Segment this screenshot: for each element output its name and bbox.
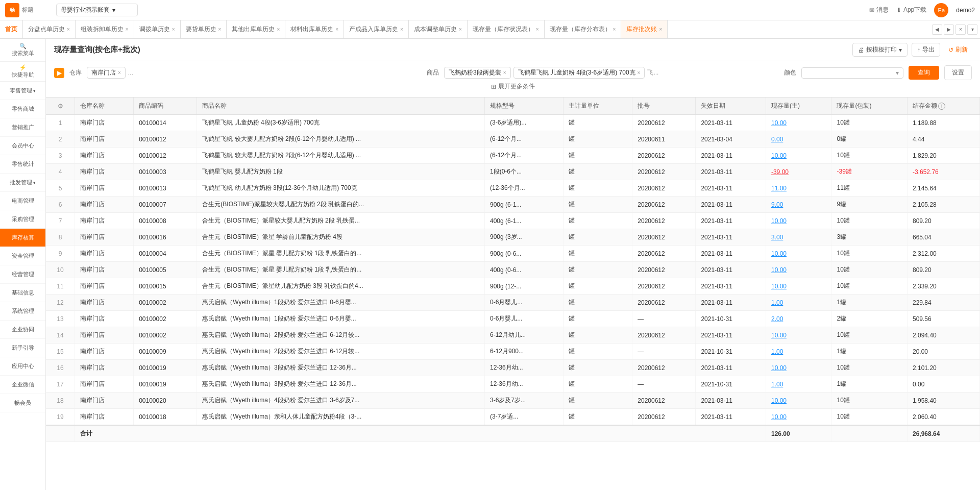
- warehouse-filter-label: 仓库: [69, 68, 82, 77]
- tab-fen-pan-close[interactable]: ×: [67, 27, 70, 32]
- sidebar-item-wechat[interactable]: 企业微信: [0, 376, 45, 394]
- export-button[interactable]: ↑ 导出: [912, 43, 940, 57]
- row-stock-main[interactable]: 10.00: [766, 246, 831, 262]
- tab-next-button[interactable]: ▶: [944, 24, 954, 35]
- row-stock-main[interactable]: 10.00: [766, 327, 831, 344]
- tab-diao-bo-close[interactable]: ×: [172, 27, 175, 32]
- tab-ku-cun-pi[interactable]: 库存批次账 ×: [621, 20, 668, 39]
- tab-cai-liao-close[interactable]: ×: [335, 27, 338, 32]
- row-stock-main[interactable]: 3.00: [766, 229, 831, 246]
- row-stock-main[interactable]: 1.00: [766, 376, 831, 393]
- row-spec: 6-12月900...: [484, 344, 563, 360]
- tab-chan-cheng[interactable]: 产成品入库单历史 ×: [344, 20, 409, 39]
- row-stock-main[interactable]: 10.00: [766, 115, 831, 131]
- sidebar-item-marketing[interactable]: 营销推广: [0, 118, 45, 137]
- store-selector[interactable]: 母婴行业演示账套 ▾: [56, 4, 138, 16]
- sidebar-search[interactable]: 🔍 搜索菜单: [0, 39, 45, 62]
- tab-ku-cun-pi-close[interactable]: ×: [659, 27, 662, 32]
- sidebar-item-ecommerce[interactable]: 电商管理: [0, 192, 45, 210]
- row-stock-main[interactable]: 10.00: [766, 393, 831, 409]
- tab-qi-ta-chu-close[interactable]: ×: [277, 27, 280, 32]
- tab-xian-cun-ku[interactable]: 现存量（库存状况表） ×: [468, 20, 545, 39]
- tab-cheng-ben-close[interactable]: ×: [459, 27, 462, 32]
- row-stock-main[interactable]: 0.00: [766, 131, 831, 148]
- row-unit: 罐: [564, 229, 632, 246]
- warehouse-tag-nanan-close[interactable]: ×: [118, 70, 121, 76]
- row-stock-main[interactable]: 10.00: [766, 278, 831, 295]
- tab-yao-huo-close[interactable]: ×: [218, 27, 222, 32]
- settings-icon[interactable]: ⚙: [58, 103, 63, 110]
- row-stock-main[interactable]: 1.00: [766, 344, 831, 360]
- product-tag-2[interactable]: 飞鹤星飞帆 儿童奶粉 4段(3-6岁适用) 700克 ×: [513, 67, 645, 79]
- sidebar-item-inventory[interactable]: 库存核算: [0, 229, 45, 247]
- tab-prev-button[interactable]: ◀: [932, 24, 942, 35]
- sidebar-item-finance[interactable]: 资金管理: [0, 247, 45, 265]
- sidebar-item-guide[interactable]: 新手引导: [0, 339, 45, 357]
- row-stock-main[interactable]: 9.00: [766, 197, 831, 213]
- table-row: 18南岸门店00100020惠氏启赋（Wyeth illuma）4段奶粉 爱尔兰…: [46, 393, 980, 409]
- row-stock-main[interactable]: 10.00: [766, 148, 831, 164]
- tab-xian-cun-fen-close[interactable]: ×: [613, 27, 616, 32]
- row-expiry: 2021-03-11: [696, 327, 766, 344]
- sidebar-item-purchase[interactable]: 采购管理: [0, 210, 45, 229]
- amount-info-icon[interactable]: i: [938, 103, 945, 110]
- tab-close-all-button[interactable]: ×: [955, 24, 966, 35]
- tab-chan-cheng-close[interactable]: ×: [400, 27, 403, 32]
- warehouse-dots[interactable]: ...: [128, 69, 133, 77]
- product-tag-1[interactable]: 飞鹤奶粉3段两提装 ×: [444, 67, 511, 79]
- sidebar-item-operations[interactable]: 经营管理: [0, 265, 45, 284]
- tab-yao-huo[interactable]: 要货单历史 ×: [181, 20, 227, 39]
- product-dots[interactable]: 飞...: [647, 68, 658, 77]
- tab-cai-liao[interactable]: 材料出库单历史 ×: [285, 20, 344, 39]
- row-unit: 罐: [564, 262, 632, 278]
- row-stock-main[interactable]: 10.00: [766, 360, 831, 376]
- tab-zu-zhuang-close[interactable]: ×: [126, 27, 129, 32]
- product-tag-2-close[interactable]: ×: [638, 70, 641, 76]
- tab-xian-cun-fen[interactable]: 现存量（库存分布表） ×: [545, 20, 622, 39]
- tab-qi-ta-chu[interactable]: 其他出库单历史 ×: [227, 20, 285, 39]
- message-button[interactable]: ✉ 消息: [869, 6, 889, 14]
- refresh-button[interactable]: ↺ 刷新: [944, 43, 972, 56]
- setting-button[interactable]: 设置: [944, 65, 972, 80]
- row-stock-main[interactable]: -39.00: [766, 164, 831, 180]
- tab-diao-bo[interactable]: 调拨单历史 ×: [134, 20, 181, 39]
- row-stock-main[interactable]: 11.00: [766, 180, 831, 197]
- print-button[interactable]: 🖨 按模板打印 ▾: [852, 43, 908, 57]
- row-stock-main[interactable]: 2.00: [766, 311, 831, 327]
- sidebar-item-retail-mgmt[interactable]: 零售管理 ▾: [0, 82, 45, 100]
- tab-zu-zhuang[interactable]: 组装拆卸单历史 ×: [76, 20, 134, 39]
- tab-home[interactable]: 首页: [0, 20, 23, 39]
- sidebar-quick-nav[interactable]: ⚡ 快捷导航: [0, 62, 45, 82]
- query-button[interactable]: 查询: [909, 66, 939, 80]
- row-name: 合生元（BIOSTIME）派星 婴儿配方奶粉 1段 乳铁蛋白的...: [197, 246, 485, 262]
- sidebar-item-vip[interactable]: 畅会员: [0, 394, 45, 412]
- sidebar-item-retail-stats[interactable]: 零售统计: [0, 155, 45, 174]
- row-stock-main[interactable]: 10.00: [766, 409, 831, 426]
- sidebar-item-system[interactable]: 系统管理: [0, 302, 45, 321]
- warehouse-tag-nanan[interactable]: 南岸门店 ×: [87, 67, 126, 79]
- tab-fen-pan[interactable]: 分盘点单历史 ×: [23, 20, 76, 39]
- sidebar-item-appstore[interactable]: 应用中心: [0, 357, 45, 376]
- row-stock-pkg: 11罐: [831, 180, 908, 197]
- row-stock-main[interactable]: 10.00: [766, 213, 831, 229]
- sidebar-item-member[interactable]: 会员中心: [0, 137, 45, 155]
- expand-more-button[interactable]: ⊞ 展开更多条件: [54, 80, 972, 93]
- filter-expand-button[interactable]: ▶: [54, 68, 64, 78]
- col-settings[interactable]: ⚙: [46, 97, 75, 115]
- sidebar-item-retail-mall[interactable]: 零售商城: [0, 100, 45, 118]
- row-stock-main[interactable]: 1.00: [766, 295, 831, 311]
- tab-menu-button[interactable]: ▾: [967, 24, 977, 35]
- row-batch: 20200612: [632, 115, 696, 131]
- user-avatar[interactable]: Ea: [934, 3, 948, 17]
- tab-xian-cun-ku-close[interactable]: ×: [536, 27, 539, 32]
- row-expiry: 2021-03-11: [696, 295, 766, 311]
- download-button[interactable]: ⬇ App下载: [896, 6, 926, 14]
- row-amount: 2,105.28: [908, 197, 980, 213]
- tab-cheng-ben[interactable]: 成本调整单历史 ×: [409, 20, 468, 39]
- sidebar-item-collab[interactable]: 企业协同: [0, 321, 45, 339]
- product-tag-1-close[interactable]: ×: [503, 70, 506, 76]
- sidebar-item-basic-info[interactable]: 基础信息: [0, 284, 45, 302]
- sidebar-item-wholesale[interactable]: 批发管理 ▾: [0, 174, 45, 192]
- color-filter-input[interactable]: ▾: [801, 67, 903, 79]
- row-stock-main[interactable]: 10.00: [766, 262, 831, 278]
